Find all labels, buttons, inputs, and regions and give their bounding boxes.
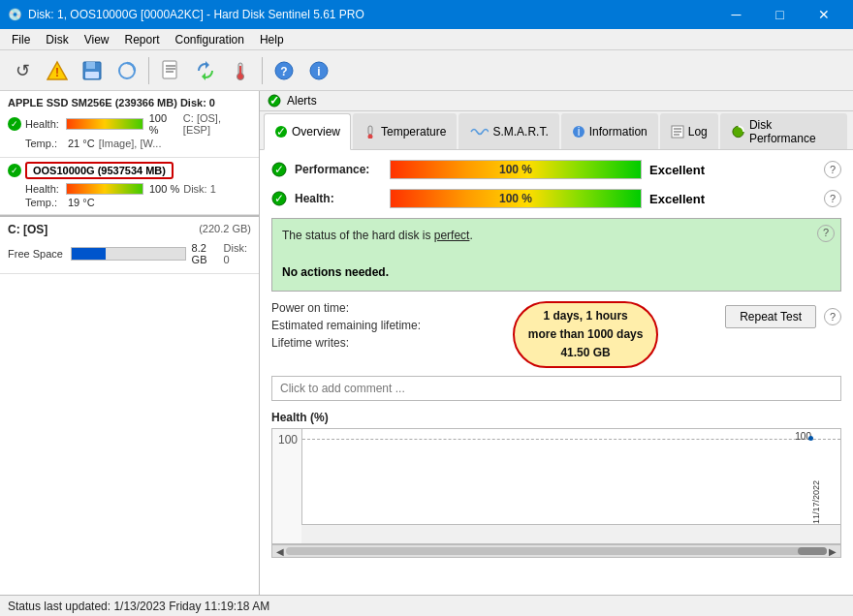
- drive-freespace-row: Free Space 8.2 GB Disk: 0: [8, 242, 251, 265]
- disk2-container: ✓ OOS10000G (9537534 MB) Health: 100 % D…: [0, 158, 259, 215]
- menu-disk[interactable]: Disk: [38, 31, 76, 48]
- status-bar: Status last updated: 1/13/2023 Friday 11…: [0, 595, 853, 616]
- svg-text:✓: ✓: [276, 125, 286, 139]
- status-text: Status last updated: 1/13/2023 Friday 11…: [8, 600, 269, 613]
- toolbar-report[interactable]: [154, 54, 187, 87]
- disk1-health-bar-fill: [67, 119, 142, 129]
- toolbar-sync[interactable]: [189, 54, 222, 87]
- disk1-title: APPLE SSD SM256E (239366 MB) Disk: 0: [8, 97, 251, 108]
- toolbar-save[interactable]: [76, 54, 109, 87]
- alerts-icon: ✓: [268, 94, 281, 108]
- chart-y-axis: 100: [272, 429, 301, 524]
- svg-text:!: !: [55, 66, 59, 79]
- disk1-health-extra: C: [OS], [ESP]: [183, 112, 251, 136]
- close-button[interactable]: ✕: [802, 0, 845, 29]
- tab-smart[interactable]: S.M.A.R.T.: [458, 113, 558, 149]
- chart-main-area: 100 11/17/2022: [301, 429, 840, 524]
- disk2-health-row: Health: 100 % Disk: 1: [8, 183, 251, 195]
- svg-rect-4: [85, 72, 99, 78]
- svg-text:✓: ✓: [274, 163, 284, 176]
- disk-performance-icon: [731, 125, 745, 139]
- disk1-temp-extra: [Image], [W...: [99, 138, 162, 149]
- minimize-button[interactable]: ─: [714, 0, 758, 29]
- tab-disk-performance[interactable]: Disk Performance: [720, 113, 847, 149]
- info-labels: Power on time: Estimated remaining lifet…: [271, 301, 446, 354]
- performance-help-button[interactable]: ?: [824, 161, 841, 178]
- scroll-track: [286, 547, 827, 555]
- lifetime-value: 41.50 GB: [528, 344, 644, 362]
- disk2-temp-value: 19 °C: [68, 197, 95, 208]
- menu-report[interactable]: Report: [116, 31, 167, 48]
- power-on-row: Power on time:: [271, 301, 446, 315]
- disk1-health-label: Health:: [25, 118, 62, 130]
- svg-rect-6: [163, 61, 176, 78]
- menu-file[interactable]: File: [4, 31, 38, 48]
- svg-marker-10: [205, 61, 209, 69]
- repeat-help-button[interactable]: ?: [824, 308, 841, 325]
- main-area: APPLE SSD SM256E (239366 MB) Disk: 0 ✓ H…: [0, 91, 853, 595]
- chart-scrollbar[interactable]: ◀ ▶: [271, 544, 841, 558]
- disk2-selected-label[interactable]: OOS10000G (9537534 MB): [25, 162, 174, 179]
- chart-data-dot: [808, 436, 813, 441]
- menu-bar: File Disk View Report Configuration Help: [0, 29, 853, 50]
- status-help-button[interactable]: ?: [817, 225, 835, 242]
- health-help-button[interactable]: ?: [824, 190, 841, 207]
- drive-freespace-bar-fill: [72, 248, 106, 260]
- menu-help[interactable]: Help: [252, 31, 292, 48]
- chart-dashed-line: [302, 439, 840, 440]
- disk2-health-value: 100 %: [149, 183, 179, 195]
- toolbar-info[interactable]: i: [302, 54, 335, 87]
- alerts-label: Alerts: [287, 94, 317, 108]
- repeat-test-button[interactable]: Repeat Test: [725, 305, 816, 328]
- scroll-right-button[interactable]: ▶: [827, 546, 838, 557]
- estimated-label: Estimated remaining lifetime:: [271, 319, 446, 332]
- svg-text:i: i: [577, 125, 580, 139]
- tab-bar: ✓ Overview Temperature S.M.A.R.T. i Info…: [260, 111, 853, 150]
- disk-item-apple-ssd[interactable]: APPLE SSD SM256E (239366 MB) Disk: 0 ✓ H…: [0, 91, 259, 158]
- disk1-temp-label: Temp.:: [25, 138, 62, 149]
- toolbar-separator-1: [148, 57, 149, 84]
- tab-log[interactable]: Log: [660, 113, 718, 149]
- toolbar-rescan[interactable]: [111, 54, 143, 87]
- health-row: ✓ Health: 100 % Excellent ?: [271, 189, 841, 208]
- content-area: ✓ Performance: 100 % Excellent ? ✓ Healt…: [260, 150, 853, 595]
- drive-section: C: [OS] (220.2 GB) Free Space 8.2 GB Dis…: [0, 215, 259, 274]
- overview-icon: ✓: [274, 125, 288, 139]
- tab-overview[interactable]: ✓ Overview: [264, 113, 351, 150]
- power-on-label: Power on time:: [271, 301, 446, 315]
- health-status: Excellent: [649, 192, 705, 206]
- svg-text:✓: ✓: [269, 94, 279, 108]
- svg-text:i: i: [317, 65, 320, 78]
- disk1-health-icon: ✓: [8, 117, 21, 131]
- drive-subtitle: (220.2 GB): [199, 223, 251, 236]
- disk1-health-bar: [66, 118, 143, 130]
- window-controls: ─ □ ✕: [714, 0, 845, 29]
- menu-view[interactable]: View: [77, 31, 117, 48]
- performance-row: ✓ Performance: 100 % Excellent ?: [271, 160, 841, 179]
- toolbar-question[interactable]: ?: [268, 54, 300, 87]
- right-panel: ✓ Alerts ✓ Overview Temperature S.M.A.R.…: [260, 91, 853, 595]
- tab-temperature[interactable]: Temperature: [353, 113, 457, 149]
- estimated-value: more than 1000 days: [528, 325, 644, 344]
- toolbar-separator-2: [262, 57, 263, 84]
- disk1-temp-value: 21 °C: [68, 138, 95, 149]
- tab-information[interactable]: i Information: [561, 113, 658, 149]
- svg-text:✓: ✓: [274, 192, 284, 205]
- scroll-left-button[interactable]: ◀: [274, 546, 286, 557]
- menu-configuration[interactable]: Configuration: [168, 31, 252, 48]
- toolbar-temperature[interactable]: [224, 54, 257, 87]
- maximize-button[interactable]: □: [758, 0, 802, 29]
- svg-point-24: [368, 135, 373, 139]
- toolbar-alert[interactable]: !: [41, 54, 74, 87]
- disk2-temp-label: Temp.:: [25, 197, 62, 208]
- disk1-health-value: 100 %: [149, 112, 179, 136]
- disk2-health-bar-fill: [67, 184, 142, 194]
- annotation-area: 1 days, 1 hours more than 1000 days 41.5…: [513, 301, 659, 369]
- comment-input[interactable]: [271, 376, 841, 401]
- svg-text:?: ?: [280, 65, 287, 78]
- scroll-thumb[interactable]: [798, 547, 827, 555]
- drive-freespace-extra: Disk: 0: [224, 242, 251, 265]
- performance-label: Performance:: [295, 163, 382, 176]
- toolbar-refresh[interactable]: ↺: [6, 54, 39, 87]
- chart-date-label: 11/17/2022: [811, 480, 821, 524]
